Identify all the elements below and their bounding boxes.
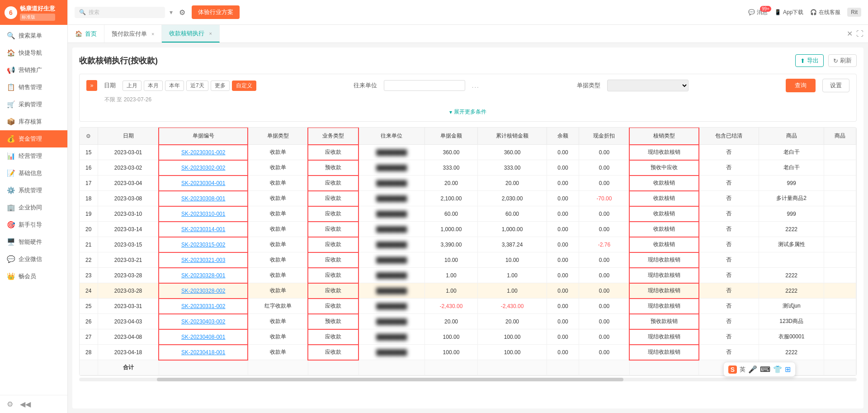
td-no: 18 (80, 191, 98, 206)
filter-expand-button[interactable]: » (86, 80, 97, 91)
query-button[interactable]: 查询 (786, 79, 816, 92)
tab-prepay-close[interactable]: × (151, 31, 154, 37)
topbar-search[interactable]: 🔍 搜索 (75, 7, 165, 18)
sidebar-item-wechat[interactable]: 💬 企业微信 (0, 251, 67, 268)
td-date: 2023-03-28 (98, 283, 159, 299)
td-total-writeoff: 60.00 (477, 206, 547, 222)
solution-button[interactable]: 体验行业方案 (192, 5, 240, 19)
td-incl-settled: 否 (699, 345, 759, 360)
maximize-icon[interactable]: ⛶ (856, 30, 863, 38)
td-doc-no[interactable]: SK-20230408-001 (159, 329, 248, 345)
table-settings-button[interactable]: 设置 (822, 79, 849, 92)
th-settings[interactable]: ⚙ (80, 128, 98, 145)
filter-this-month[interactable]: 本月 (144, 81, 163, 91)
td-cash-discount: 0.00 (579, 145, 629, 160)
sidebar-item-marketing[interactable]: 📢 营销推广 (0, 62, 67, 79)
close-all-tabs-icon[interactable]: ✕ (847, 29, 853, 38)
overlay-shirt-icon: 👕 (773, 365, 782, 374)
tab-receipt-label: 收款核销执行 (169, 29, 204, 38)
td-doc-no[interactable]: SK-20230304-001 (159, 176, 248, 191)
sidebar-item-corp[interactable]: 🏢 企业协同 (0, 199, 67, 216)
topbar-message[interactable]: 💬 消息 99+ (748, 9, 768, 16)
tab-home[interactable]: 🏠 首页 (68, 25, 104, 43)
td-doc-type: 收款单 (248, 252, 308, 268)
topbar-gear-icon[interactable]: ⚙ (177, 6, 187, 19)
td-goods2 (824, 206, 856, 222)
sidebar-item-quicknav[interactable]: 🏠 快捷导航 (0, 44, 67, 62)
sidebar-item-system[interactable]: ⚙️ 系统管理 (0, 182, 67, 199)
sidebar-item-purchase[interactable]: 🛒 采购管理 (0, 96, 67, 113)
td-writeoff-type: 现结收款核销 (629, 145, 698, 160)
message-icon: 💬 (748, 9, 755, 15)
column-settings-icon[interactable]: ⚙ (86, 133, 91, 139)
td-doc-no[interactable]: SK-20230308-001 (159, 191, 248, 206)
td-total-writeoff: 2,030.00 (477, 191, 547, 206)
td-no: 20 (80, 222, 98, 237)
sidebar-item-operations-label: 经营管理 (19, 152, 42, 160)
td-doc-no[interactable]: SK-20230315-002 (159, 237, 248, 252)
td-doc-no[interactable]: SK-20230301-002 (159, 145, 248, 160)
td-doc-type: 收款单 (248, 329, 308, 345)
topbar-app-download[interactable]: 📱 App下载 (774, 9, 803, 16)
table-row: 182023-03-08SK-20230308-001收款单应收款███████… (80, 191, 856, 206)
td-doc-no[interactable]: SK-20230302-002 (159, 160, 248, 176)
tab-prepay[interactable]: 预付款应付单 × (104, 25, 162, 43)
td-doc-no[interactable]: SK-20230331-002 (159, 299, 248, 314)
filter-this-year[interactable]: 本年 (165, 81, 184, 91)
td-doc-no[interactable]: SK-20230314-001 (159, 222, 248, 237)
partner-filter-input[interactable] (384, 80, 465, 91)
sidebar-item-purchase-label: 采购管理 (19, 100, 42, 109)
td-biz-type: 应收款 (308, 191, 359, 206)
th-doc-no: 单据编号 (159, 128, 248, 145)
sidebar-item-operations[interactable]: 📊 经营管理 (0, 147, 67, 165)
td-doc-type: 收款单 (248, 345, 308, 360)
filter-custom-date[interactable]: 自定义 (232, 81, 256, 91)
td-doc-no[interactable]: SK-20230328-001 (159, 268, 248, 283)
sidebar-item-hardware[interactable]: 🖥️ 智能硬件 (0, 233, 67, 251)
td-writeoff-type: 现结收款核销 (629, 345, 698, 360)
td-doc-no[interactable]: SK-20230310-001 (159, 206, 248, 222)
td-doc-no[interactable]: SK-20230321-003 (159, 252, 248, 268)
sidebar-item-guide[interactable]: 🎯 新手引导 (0, 216, 67, 233)
sidebar-item-hardware-label: 智能硬件 (19, 238, 42, 246)
tab-receipt-close[interactable]: × (209, 31, 212, 36)
sidebar-item-guide-label: 新手引导 (19, 221, 42, 229)
td-goods2 (824, 237, 856, 252)
doc-type-filter-select[interactable] (607, 80, 689, 91)
collapse-icon[interactable]: ◀◀ (20, 400, 31, 408)
sidebar-item-member[interactable]: 👑 畅会员 (0, 268, 67, 285)
sidebar-item-inventory[interactable]: 📦 库存核算 (0, 113, 67, 130)
export-button[interactable]: ⬆ 导出 (795, 54, 824, 67)
filter-more-dates[interactable]: 更多 (211, 81, 230, 91)
tab-receipt[interactable]: 收款核销执行 × (162, 25, 219, 43)
topbar-user[interactable]: Rit (847, 8, 861, 17)
td-date: 2023-04-18 (98, 345, 159, 360)
filter-date-range: 不限 至 2023-07-26 (104, 96, 849, 104)
td-balance: 0.00 (547, 206, 579, 222)
filter-last-month[interactable]: 上月 (123, 81, 142, 91)
marketing-icon: 📢 (7, 66, 15, 74)
topbar-service[interactable]: 🎧 在线客服 (810, 9, 840, 16)
td-doc-no[interactable]: SK-20230328-002 (159, 283, 248, 299)
sidebar-item-sales[interactable]: 📋 销售管理 (0, 79, 67, 96)
td-balance: 0.00 (547, 237, 579, 252)
sidebar-item-basic[interactable]: 📝 基础信息 (0, 165, 67, 182)
td-doc-no[interactable]: SK-20230418-001 (159, 345, 248, 360)
settings-bottom-icon[interactable]: ⚙ (7, 400, 13, 408)
search-menu-icon: 🔍 (7, 32, 15, 40)
page-container: 收款核销执行(按收款) ⬆ 导出 ↻ 刷新 » 日期 (72, 47, 863, 408)
expand-more-conditions[interactable]: ▾ 展开更多条件 (86, 107, 849, 117)
sidebar-item-search[interactable]: 🔍 搜索菜单 (0, 27, 67, 44)
refresh-icon: ↻ (833, 57, 838, 64)
page-header: 收款核销执行(按收款) ⬆ 导出 ↻ 刷新 (79, 54, 857, 67)
td-doc-no[interactable]: SK-20230403-002 (159, 314, 248, 329)
sidebar-item-wechat-label: 企业微信 (19, 255, 42, 263)
refresh-button[interactable]: ↻ 刷新 (828, 54, 857, 67)
topbar-right: 💬 消息 99+ 📱 App下载 🎧 在线客服 Rit (748, 8, 861, 17)
sidebar-item-finance[interactable]: 💰 资金管理 (0, 130, 67, 147)
filter-last-7-days[interactable]: 近7天 (186, 81, 208, 91)
td-incl-settled: 否 (699, 160, 759, 176)
table-scrollbar[interactable] (79, 378, 857, 381)
td-total-writeoff: 360.00 (477, 145, 547, 160)
topbar-search-icon: 🔍 (79, 9, 86, 15)
